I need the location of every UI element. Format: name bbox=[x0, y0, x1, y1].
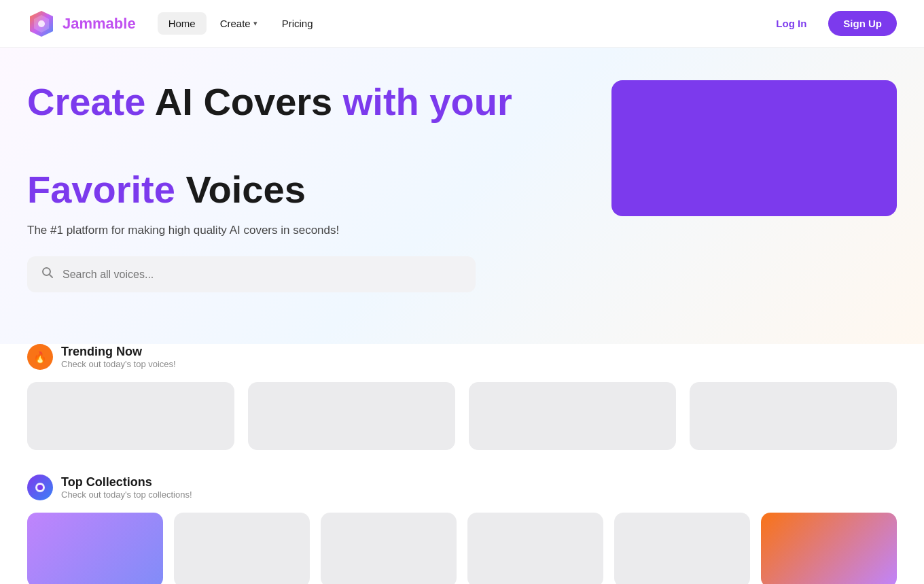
trending-title: Trending Now bbox=[61, 345, 176, 359]
navbar: Jammable Home Create ▾ Pricing Log In Si… bbox=[0, 0, 924, 48]
hero-video-box bbox=[611, 80, 897, 216]
navbar-left: Jammable Home Create ▾ Pricing bbox=[27, 10, 324, 38]
list-item[interactable] bbox=[174, 513, 310, 584]
login-button[interactable]: Log In bbox=[765, 12, 817, 35]
trending-header: 🔥 Trending Now Check out today's top voi… bbox=[27, 344, 897, 370]
list-item[interactable] bbox=[321, 513, 457, 584]
hero-section: Create AI Covers with your Favorite Voic… bbox=[0, 48, 924, 344]
logo-icon bbox=[27, 10, 56, 38]
nav-pricing[interactable]: Pricing bbox=[271, 12, 324, 35]
search-icon bbox=[41, 266, 54, 283]
collections-icon bbox=[27, 475, 53, 500]
table-row[interactable] bbox=[27, 382, 234, 450]
table-row[interactable] bbox=[469, 382, 676, 450]
collections-header: Top Collections Check out today's top co… bbox=[27, 475, 897, 500]
main-content: 🔥 Trending Now Check out today's top voi… bbox=[0, 344, 924, 584]
svg-line-4 bbox=[50, 275, 53, 278]
list-item[interactable] bbox=[27, 513, 163, 584]
hero-left: Create AI Covers with your Favorite Voic… bbox=[27, 80, 557, 317]
trending-subtitle: Check out today's top voices! bbox=[61, 359, 176, 369]
nav-create[interactable]: Create ▾ bbox=[209, 12, 268, 35]
brand-name: Jammable bbox=[63, 15, 136, 33]
trending-cards-grid bbox=[27, 382, 897, 450]
search-bar[interactable] bbox=[27, 256, 476, 292]
list-item[interactable] bbox=[614, 513, 750, 584]
hero-title-create: Create bbox=[27, 80, 145, 123]
collections-section: Top Collections Check out today's top co… bbox=[27, 475, 897, 584]
logo[interactable]: Jammable bbox=[27, 10, 136, 38]
collections-subtitle: Check out today's top collections! bbox=[61, 489, 192, 500]
svg-point-6 bbox=[37, 485, 43, 490]
svg-point-2 bbox=[38, 20, 45, 27]
signup-button[interactable]: Sign Up bbox=[828, 11, 897, 36]
chevron-down-icon: ▾ bbox=[253, 19, 257, 28]
trending-icon: 🔥 bbox=[27, 344, 53, 370]
list-item[interactable] bbox=[761, 513, 897, 584]
collections-title: Top Collections bbox=[61, 475, 192, 489]
collections-title-group: Top Collections Check out today's top co… bbox=[61, 475, 192, 500]
hero-subtitle: The #1 platform for making high quality … bbox=[27, 224, 557, 237]
search-input[interactable] bbox=[63, 269, 462, 281]
trending-section: 🔥 Trending Now Check out today's top voi… bbox=[27, 344, 897, 450]
nav-links: Home Create ▾ Pricing bbox=[158, 12, 324, 35]
list-item[interactable] bbox=[467, 513, 603, 584]
nav-home[interactable]: Home bbox=[158, 12, 207, 35]
navbar-right: Log In Sign Up bbox=[765, 11, 897, 36]
trending-title-group: Trending Now Check out today's top voice… bbox=[61, 345, 176, 369]
table-row[interactable] bbox=[248, 382, 455, 450]
hero-title: Create AI Covers with your Favorite Voic… bbox=[27, 80, 557, 211]
table-row[interactable] bbox=[690, 382, 897, 450]
collections-cards-grid bbox=[27, 513, 897, 584]
